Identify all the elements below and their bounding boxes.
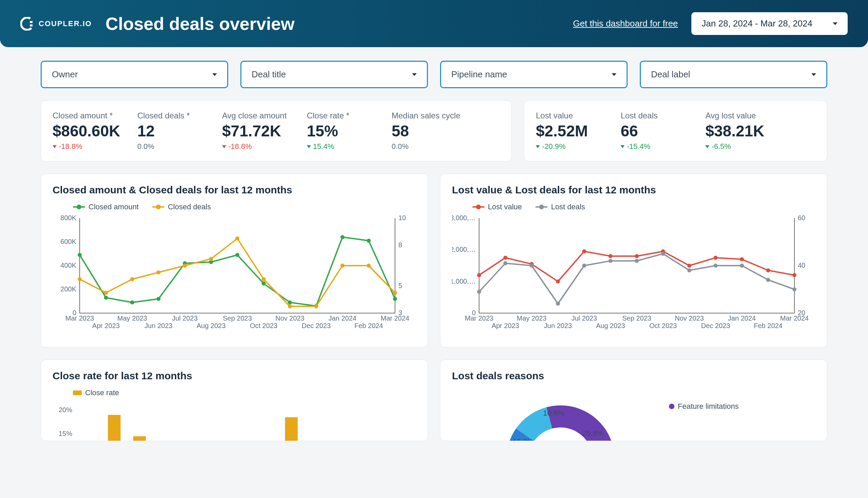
svg-rect-2 [30,24,32,26]
svg-text:Oct 2023: Oct 2023 [250,322,277,329]
arrow-down-icon [222,145,226,148]
svg-text:May 2023: May 2023 [117,314,147,322]
legend-swatch-icon [535,206,548,208]
kpi: Lost deals66 -15.4% [620,111,688,151]
svg-point-81 [582,249,586,253]
kpi-card-lost: Lost value$2.52M -20.9%Lost deals66 -15.… [524,101,827,161]
svg-point-86 [714,256,718,260]
kpi: Lost value$2.52M -20.9% [536,111,603,151]
svg-point-44 [157,270,161,274]
legend-closed-deals[interactable]: Closed deals [152,202,211,211]
svg-text:8: 8 [398,241,402,249]
chart-lost: Lost value & Lost deals for last 12 mont… [440,174,827,348]
legend-close-rate[interactable]: Close rate [73,389,119,397]
svg-point-41 [78,277,82,281]
filter-deal-title[interactable]: Deal title [240,61,428,88]
legend-swatch-icon [73,391,82,395]
line-chart: 0200K400K600K800K35810Mar 2023Apr 2023Ma… [53,215,412,337]
svg-point-82 [609,254,613,258]
legend-swatch-icon [152,206,164,208]
svg-point-91 [504,261,508,265]
svg-point-0 [21,17,34,30]
svg-text:Jun 2023: Jun 2023 [544,322,572,329]
svg-point-80 [556,279,560,284]
svg-point-77 [477,273,481,277]
svg-text:3,000,…: 3,000,… [452,215,476,222]
kpi-card-closed: Closed amount *$860.60K -18.8%Closed dea… [41,101,512,161]
kpi-value: 66 [620,122,688,140]
kpi-value: $38.21K [705,122,773,140]
filter-row: Owner Deal title Pipeline name Deal labe… [41,61,827,88]
date-range-value: Jan 28, 2024 - Mar 28, 2024 [702,18,812,29]
kpi-label: Avg lost value [705,111,773,120]
kpi-value: $71.72K [222,122,290,140]
kpi-delta: -15.4% [620,142,688,151]
filter-deal-label[interactable]: Deal label [640,61,827,88]
svg-text:2,000,…: 2,000,… [452,246,476,253]
svg-text:15%: 15% [59,430,72,437]
svg-rect-1 [30,21,32,23]
kpi-label: Close rate * [307,111,375,120]
kpi-label: Avg close amount [222,111,290,120]
svg-point-38 [340,235,345,239]
caret-down-icon [412,73,417,76]
chart-close-rate: Close rate for last 12 months Close rate… [41,359,428,441]
kpi-value: 58 [392,122,460,140]
svg-point-50 [314,304,318,309]
header: COUPLER.IO Closed deals overview Get thi… [0,0,868,47]
svg-point-51 [340,264,345,268]
kpi-label: Lost deals [620,111,688,120]
svg-text:1,000,…: 1,000,… [452,277,476,285]
caret-down-icon [212,73,217,76]
svg-point-42 [104,291,108,295]
svg-text:18.2%: 18.2% [513,437,534,441]
svg-text:Jan 2024: Jan 2024 [329,314,356,322]
svg-point-89 [792,273,797,277]
bar-chart: 20%15% [53,401,412,441]
chart-title: Lost value & Lost deals for last 12 mont… [452,184,815,196]
svg-point-95 [609,259,613,263]
svg-point-97 [661,252,665,256]
svg-point-28 [78,253,82,257]
svg-text:200K: 200K [61,285,76,293]
svg-text:800K: 800K [61,215,76,222]
kpi: Avg lost value$38.21K -6.5% [705,111,773,151]
svg-text:20%: 20% [59,406,72,414]
date-range-picker[interactable]: Jan 28, 2024 - Mar 28, 2024 [691,12,847,35]
legend-feature-limitations[interactable]: Feature limitations [669,402,739,411]
svg-text:Mar 2024: Mar 2024 [780,314,809,322]
svg-point-52 [367,264,371,268]
chart-legend: Lost value Lost deals [472,202,815,211]
svg-point-49 [288,304,292,309]
caret-down-icon [612,73,616,76]
kpi-delta: -18.8% [222,142,290,151]
svg-point-85 [687,264,691,268]
svg-point-92 [530,264,534,268]
svg-point-96 [635,259,639,263]
chart-title: Closed amount & Closed deals for last 12… [53,184,416,196]
legend-closed-amount[interactable]: Closed amount [73,202,139,211]
get-dashboard-link[interactable]: Get this dashboard for free [573,18,678,29]
svg-point-99 [714,264,718,268]
filter-owner[interactable]: Owner [41,61,228,88]
legend-swatch-icon [472,206,484,208]
svg-point-93 [556,302,560,306]
svg-text:Aug 2023: Aug 2023 [197,322,226,329]
kpi: Close rate *15% 15.4% [307,111,375,151]
filter-pipeline-name[interactable]: Pipeline name [440,61,628,88]
svg-text:25.8%: 25.8% [582,429,603,437]
legend-lost-deals[interactable]: Lost deals [535,202,585,211]
kpi: Median sales cycle58 0.0% [392,111,460,151]
svg-text:Mar 2024: Mar 2024 [381,314,410,322]
svg-text:Feb 2024: Feb 2024 [354,322,383,329]
svg-point-83 [635,254,639,258]
logo-text: COUPLER.IO [39,19,92,28]
kpi-delta: -6.5% [705,142,773,151]
svg-point-34 [235,253,239,257]
kpi-delta: 15.4% [307,142,375,151]
svg-point-90 [477,290,481,294]
svg-text:400K: 400K [61,262,76,269]
legend-lost-value[interactable]: Lost value [472,202,522,211]
svg-text:10: 10 [398,215,406,222]
kpi: Closed deals *12 0.0% [137,111,205,151]
